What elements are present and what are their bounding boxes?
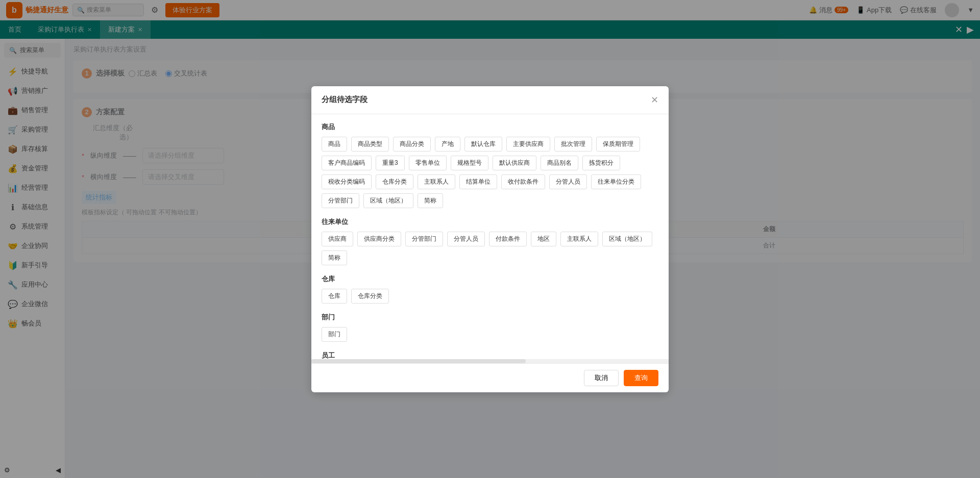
field-tag[interactable]: 区域（地区） <box>602 232 652 246</box>
cancel-button[interactable]: 取消 <box>584 370 619 386</box>
section-warehouse: 仓库 仓库 仓库分类 <box>322 274 658 304</box>
section-goods-tags: 商品 商品类型 商品分类 产地 默认仓库 主要供应商 批次管理 保质期管理 客户… <box>322 137 658 208</box>
section-goods-title: 商品 <box>322 122 658 132</box>
field-tag[interactable]: 商品分类 <box>393 137 431 152</box>
section-goods: 商品 商品 商品类型 商品分类 产地 默认仓库 主要供应商 批次管理 保质期管理… <box>322 122 658 208</box>
field-tag[interactable]: 分管人员 <box>549 174 587 189</box>
scrollbar-thumb[interactable] <box>311 359 526 363</box>
field-tag[interactable]: 仓库 <box>322 289 347 304</box>
modal-title: 分组待选字段 <box>322 95 368 105</box>
field-tag[interactable]: 付款条件 <box>489 232 527 246</box>
modal-footer: 取消 查询 <box>311 363 669 392</box>
section-warehouse-tags: 仓库 仓库分类 <box>322 289 658 304</box>
section-partner: 往来单位 供应商 供应商分类 分管部门 分管人员 付款条件 地区 主联系人 区域… <box>322 217 658 265</box>
horizontal-scrollbar[interactable] <box>311 359 669 363</box>
section-partner-tags: 供应商 供应商分类 分管部门 分管人员 付款条件 地区 主联系人 区域（地区） … <box>322 232 658 265</box>
field-tag[interactable]: 收付款条件 <box>501 174 545 189</box>
field-tag[interactable]: 仓库分类 <box>351 289 389 304</box>
field-tag[interactable]: 供应商分类 <box>357 232 401 246</box>
section-department: 部门 部门 <box>322 313 658 342</box>
field-tag[interactable]: 仓库分类 <box>376 174 413 189</box>
field-tag[interactable]: 分管部门 <box>405 232 443 246</box>
field-tag[interactable]: 批次管理 <box>554 137 592 152</box>
field-selection-modal: 分组待选字段 ✕ 商品 商品 商品类型 商品分类 产地 默认仓库 主要供应商 批… <box>311 86 669 392</box>
section-department-tags: 部门 <box>322 327 658 342</box>
field-tag[interactable]: 结算单位 <box>459 174 497 189</box>
field-tag[interactable]: 默认供应商 <box>493 156 536 170</box>
confirm-button[interactable]: 查询 <box>624 370 658 386</box>
field-tag[interactable]: 部门 <box>322 327 347 342</box>
field-tag[interactable]: 分管部门 <box>322 193 359 208</box>
field-tag[interactable]: 简称 <box>322 250 347 265</box>
field-tag[interactable]: 区域（地区） <box>363 193 413 208</box>
field-tag[interactable]: 规格型号 <box>451 156 488 170</box>
field-tag[interactable]: 税收分类编码 <box>322 174 372 189</box>
field-tag[interactable]: 商品别名 <box>541 156 578 170</box>
field-tag[interactable]: 往来单位分类 <box>591 174 641 189</box>
field-tag[interactable]: 供应商 <box>322 232 353 246</box>
modal-close-btn[interactable]: ✕ <box>651 94 658 106</box>
modal-header: 分组待选字段 ✕ <box>311 86 669 114</box>
field-tag[interactable]: 主要供应商 <box>506 137 550 152</box>
modal-overlay: 分组待选字段 ✕ 商品 商品 商品类型 商品分类 产地 默认仓库 主要供应商 批… <box>0 0 980 478</box>
field-tag[interactable]: 重量3 <box>376 156 405 170</box>
field-tag[interactable]: 分管人员 <box>447 232 485 246</box>
field-tag[interactable]: 保质期管理 <box>596 137 640 152</box>
field-tag[interactable]: 商品类型 <box>351 137 389 152</box>
field-tag[interactable]: 主联系人 <box>560 232 598 246</box>
modal-body: 商品 商品 商品类型 商品分类 产地 默认仓库 主要供应商 批次管理 保质期管理… <box>311 114 669 359</box>
section-employee: 员工 业务员 <box>322 351 658 359</box>
field-tag[interactable]: 简称 <box>418 193 443 208</box>
field-tag[interactable]: 默认仓库 <box>464 137 502 152</box>
section-partner-title: 往来单位 <box>322 217 658 227</box>
field-tag[interactable]: 主联系人 <box>418 174 455 189</box>
section-warehouse-title: 仓库 <box>322 274 658 284</box>
field-tag[interactable]: 客户商品编码 <box>322 156 372 170</box>
section-department-title: 部门 <box>322 313 658 322</box>
field-tag[interactable]: 零售单位 <box>409 156 447 170</box>
field-tag[interactable]: 商品 <box>322 137 347 152</box>
field-tag[interactable]: 拣货积分 <box>582 156 620 170</box>
section-employee-title: 员工 <box>322 351 658 359</box>
field-tag[interactable]: 地区 <box>531 232 556 246</box>
field-tag[interactable]: 产地 <box>435 137 460 152</box>
